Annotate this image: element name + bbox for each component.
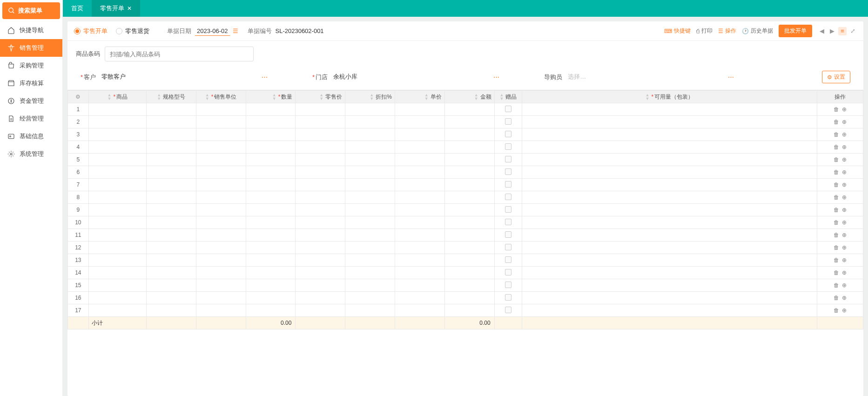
history-link[interactable]: 🕑历史单据 (742, 27, 773, 35)
cell[interactable] (246, 116, 296, 128)
checkbox[interactable] (505, 118, 511, 125)
add-icon[interactable]: ⊕ (842, 131, 847, 138)
sort-icon[interactable]: ▲▼ (474, 93, 478, 101)
cell[interactable] (88, 141, 146, 154)
cell[interactable] (246, 216, 296, 229)
cell[interactable] (196, 116, 246, 128)
table-row[interactable]: 11🗑⊕ (68, 229, 863, 242)
sidebar-item-money[interactable]: 资金管理 (0, 92, 62, 110)
cell[interactable] (88, 304, 146, 317)
cell[interactable] (246, 154, 296, 166)
table-row[interactable]: 9🗑⊕ (68, 204, 863, 216)
cell[interactable] (345, 229, 395, 242)
cell[interactable] (444, 229, 494, 242)
cell[interactable] (246, 254, 296, 267)
cell[interactable] (146, 191, 196, 204)
cell[interactable] (395, 229, 444, 242)
cell[interactable] (522, 141, 817, 154)
gift-cell[interactable] (494, 229, 522, 242)
gift-cell[interactable] (494, 141, 522, 154)
date-value[interactable]: 2023-06-02 (195, 27, 230, 36)
add-icon[interactable]: ⊕ (842, 207, 847, 213)
cell[interactable] (345, 116, 395, 128)
cell[interactable] (196, 267, 246, 279)
cell[interactable] (296, 204, 345, 216)
cell[interactable] (146, 216, 196, 229)
cell[interactable] (395, 141, 444, 154)
cell[interactable] (88, 128, 146, 141)
cell[interactable] (296, 179, 345, 191)
gift-cell[interactable] (494, 116, 522, 128)
gift-cell[interactable] (494, 267, 522, 279)
cell[interactable] (246, 141, 296, 154)
delete-icon[interactable]: 🗑 (834, 295, 839, 301)
cell[interactable] (246, 166, 296, 179)
delete-icon[interactable]: 🗑 (834, 244, 839, 251)
cell[interactable] (296, 279, 345, 292)
cell[interactable] (444, 191, 494, 204)
cell[interactable] (196, 128, 246, 141)
table-row[interactable]: 14🗑⊕ (68, 267, 863, 279)
col-header[interactable]: ▲▼*销售单位 (196, 91, 246, 103)
cell[interactable] (88, 116, 146, 128)
cell[interactable] (345, 204, 395, 216)
cell[interactable] (88, 292, 146, 304)
sidebar-item-home[interactable]: 快捷导航 (0, 21, 62, 39)
cell[interactable] (444, 292, 494, 304)
prev-icon[interactable]: ◀ (818, 27, 826, 35)
cell[interactable] (395, 304, 444, 317)
cell[interactable] (246, 204, 296, 216)
sidebar-item-id[interactable]: 基础信息 (0, 128, 62, 145)
checkbox[interactable] (505, 206, 511, 213)
cell[interactable] (296, 191, 345, 204)
cell[interactable] (345, 191, 395, 204)
cell[interactable] (522, 128, 817, 141)
delete-icon[interactable]: 🗑 (834, 282, 839, 289)
list-view-icon[interactable]: ≡ (838, 27, 847, 35)
col-header[interactable]: ▲▼*可用量（包装） (522, 91, 817, 103)
cell[interactable] (444, 128, 494, 141)
cell[interactable] (444, 254, 494, 267)
cell[interactable] (522, 116, 817, 128)
sort-icon[interactable]: ▲▼ (205, 93, 209, 101)
cell[interactable] (146, 103, 196, 116)
cell[interactable] (196, 279, 246, 292)
cell[interactable] (345, 216, 395, 229)
cell[interactable] (146, 254, 196, 267)
add-icon[interactable]: ⊕ (842, 244, 847, 251)
cell[interactable] (196, 254, 246, 267)
cell[interactable] (146, 292, 196, 304)
cell[interactable] (345, 141, 395, 154)
cell[interactable] (296, 166, 345, 179)
table-row[interactable]: 2🗑⊕ (68, 116, 863, 128)
table-row[interactable]: 8🗑⊕ (68, 191, 863, 204)
cell[interactable] (88, 254, 146, 267)
cell[interactable] (444, 116, 494, 128)
gift-cell[interactable] (494, 242, 522, 254)
cell[interactable] (88, 267, 146, 279)
cell[interactable] (345, 279, 395, 292)
cell[interactable] (395, 267, 444, 279)
delete-icon[interactable]: 🗑 (834, 219, 839, 226)
customer-value[interactable]: 零散客户 (101, 71, 254, 83)
sort-icon[interactable]: ▲▼ (424, 93, 429, 101)
gift-cell[interactable] (494, 179, 522, 191)
cell[interactable] (522, 229, 817, 242)
gift-cell[interactable] (494, 154, 522, 166)
tab-零售开单[interactable]: 零售开单✕ (92, 0, 140, 17)
cell[interactable] (196, 154, 246, 166)
cell[interactable] (246, 304, 296, 317)
gift-cell[interactable] (494, 191, 522, 204)
add-icon[interactable]: ⊕ (842, 257, 847, 263)
checkbox[interactable] (505, 269, 511, 275)
cell[interactable] (296, 229, 345, 242)
checkbox[interactable] (505, 219, 511, 225)
cell[interactable] (444, 267, 494, 279)
checkbox[interactable] (505, 194, 511, 200)
gift-cell[interactable] (494, 216, 522, 229)
cell[interactable] (395, 216, 444, 229)
cell[interactable] (196, 141, 246, 154)
checkbox[interactable] (505, 244, 511, 250)
cell[interactable] (296, 116, 345, 128)
cell[interactable] (395, 254, 444, 267)
